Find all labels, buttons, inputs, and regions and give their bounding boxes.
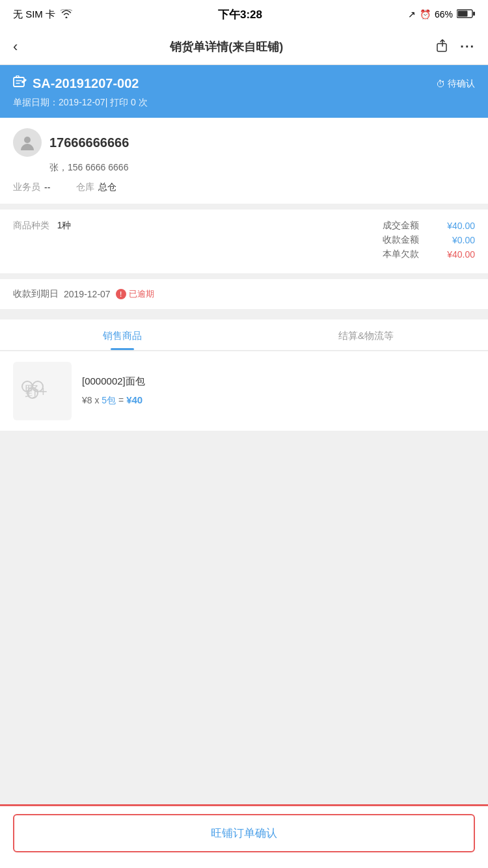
nav-bar: ‹ 销货单详情(来自旺铺) ···: [0, 29, 488, 65]
share-icon[interactable]: [435, 38, 450, 55]
svg-rect-2: [473, 12, 475, 16]
customer-section: 17666666666 张，156 6666 6666 业务员 -- 仓库 总仓: [0, 118, 488, 204]
battery-label: 66%: [435, 9, 453, 20]
nav-actions: ···: [435, 38, 475, 55]
tab-settlement[interactable]: 结算&物流等: [244, 319, 488, 350]
clock-icon: ⏱: [436, 79, 445, 89]
avatar: [13, 128, 42, 157]
carrier-label: 无 SIM 卡: [13, 8, 55, 21]
location-icon: ↗: [408, 9, 416, 20]
due-date-label: 收款到期日: [13, 288, 59, 300]
section-divider: [0, 314, 488, 319]
warehouse-label: 仓库: [76, 182, 94, 193]
confirm-button-container: 旺铺订单确认: [0, 804, 488, 868]
more-icon[interactable]: ···: [460, 39, 475, 54]
order-id: SA-20191207-002: [13, 75, 139, 92]
alarm-icon: ⏰: [420, 9, 431, 20]
status-bar: 无 SIM 卡 下午3:28 ↗ ⏰ 66%: [0, 0, 488, 29]
order-header: SA-20191207-002 ⏱ 待确认 单据日期：2019-12-07| 打…: [0, 65, 488, 118]
svg-rect-1: [457, 10, 467, 16]
battery-icon: [457, 9, 475, 20]
overdue-badge: ! 已逾期: [116, 288, 154, 300]
product-item: 野+ [0000002]面包 ¥8 x 5包 = ¥40: [13, 362, 475, 420]
due-date-value: 2019-12-07: [64, 289, 111, 299]
customer-meta: 业务员 -- 仓库 总仓: [13, 182, 475, 193]
product-info: [0000002]面包 ¥8 x 5包 = ¥40: [82, 375, 475, 407]
product-section: 野+ [0000002]面包 ¥8 x 5包 = ¥40: [0, 351, 488, 431]
svg-rect-3: [437, 44, 446, 51]
warehouse-value: 总仓: [98, 182, 116, 193]
due-amount: ¥40.00: [429, 249, 475, 260]
category-count: 1种: [57, 220, 72, 230]
overdue-text: 已逾期: [129, 288, 154, 300]
empty-space: [0, 431, 488, 561]
receipt-label: 收款金额: [383, 234, 419, 246]
receipt-amount: ¥0.00: [429, 235, 475, 245]
order-status: ⏱ 待确认: [436, 78, 475, 90]
status-left: 无 SIM 卡: [13, 8, 72, 21]
category-label: 商品种类: [13, 220, 49, 230]
due-label: 本单欠款: [383, 249, 419, 260]
confirm-order-button[interactable]: 旺铺订单确认: [13, 814, 475, 852]
order-date: 单据日期：2019-12-07| 打印 0 次: [13, 97, 475, 109]
tab-sales-products[interactable]: 销售商品: [0, 319, 244, 350]
product-price: ¥8 x 5包 = ¥40: [82, 394, 475, 407]
status-time: 下午3:28: [218, 7, 262, 22]
order-icon: [13, 75, 27, 92]
product-name: [0000002]面包: [82, 375, 475, 388]
amounts-section: 成交金额 ¥40.00 收款金额 ¥0.00 本单欠款 ¥40.00: [383, 220, 475, 263]
overdue-icon: !: [116, 289, 126, 299]
customer-name: 张，156 6666 6666: [49, 162, 475, 174]
salesperson-label: 业务员: [13, 182, 40, 193]
customer-phone: 17666666666: [49, 135, 129, 150]
tabs-section: 销售商品 结算&物流等: [0, 319, 488, 351]
wifi-icon: [61, 9, 72, 20]
salesperson-value: --: [44, 182, 50, 193]
page-title: 销货单详情(来自旺铺): [170, 39, 283, 55]
transaction-label: 成交金额: [383, 220, 419, 232]
product-thumbnail: 野+: [13, 362, 72, 420]
status-right: ↗ ⏰ 66%: [408, 9, 475, 20]
svg-point-5: [24, 137, 31, 143]
due-date-section: 收款到期日 2019-12-07 ! 已逾期: [0, 278, 488, 309]
back-button[interactable]: ‹: [13, 38, 18, 55]
stats-section: 商品种类 1种 成交金额 ¥40.00 收款金额 ¥0.00 本单欠款 ¥40.…: [0, 210, 488, 273]
transaction-amount: ¥40.00: [429, 221, 475, 231]
